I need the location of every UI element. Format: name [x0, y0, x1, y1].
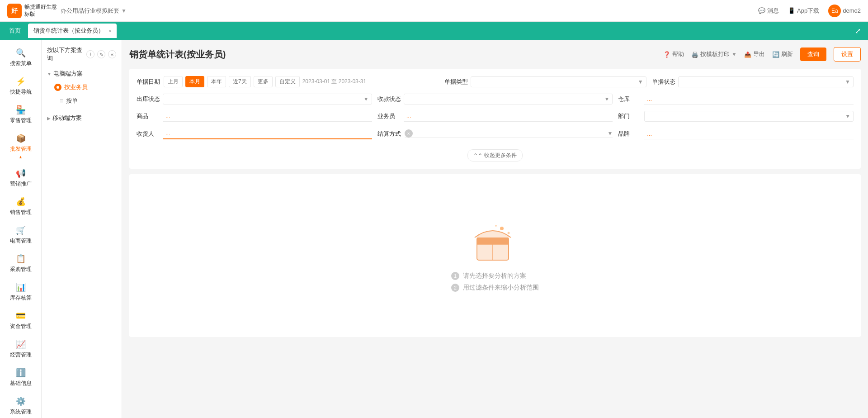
- doc-status-label: 单据状态: [652, 78, 675, 86]
- quick-nav-icon: ⚡: [16, 76, 26, 86]
- sales-icon: 💰: [16, 197, 26, 207]
- payment-status-select[interactable]: ▼: [404, 94, 613, 104]
- sidebar-item-retail[interactable]: 🏪 零售管理: [0, 100, 41, 129]
- header-left: 好 畅捷通好生意 标版 办公用品行业模拟账套 ▼: [7, 4, 127, 18]
- scheme-panel-header: 按以下方案查询 + ✎ «: [42, 43, 122, 65]
- date-btn-more[interactable]: 更多: [254, 76, 273, 87]
- date-btn-this-month[interactable]: 本月: [185, 76, 204, 87]
- tab-close-icon[interactable]: ×: [108, 28, 111, 33]
- sidebar-item-quick-nav[interactable]: ⚡ 快捷导航: [0, 72, 41, 100]
- system-icon: ⚙️: [16, 396, 26, 406]
- tip-1-num: 1: [451, 272, 459, 280]
- filter-row-4: 收货人 ... 结算方式 × ▼: [137, 128, 854, 139]
- date-btn-last-month[interactable]: 上月: [164, 76, 183, 87]
- refresh-button[interactable]: 🔄 刷新: [772, 50, 793, 58]
- goods-picker[interactable]: ...: [163, 111, 173, 121]
- basic-info-icon: ℹ️: [16, 368, 26, 378]
- filter-field-warehouse: 仓库 ...: [618, 94, 854, 104]
- sidebar-item-search-menu[interactable]: 🔍 搜索菜单: [0, 43, 41, 72]
- tab-home[interactable]: 首页: [4, 24, 26, 38]
- sidebar-item-finance[interactable]: 💳 资金管理: [0, 306, 41, 335]
- finance-icon: 💳: [16, 311, 26, 321]
- user-profile[interactable]: Ea demo2: [828, 5, 861, 17]
- date-btn-custom[interactable]: 自定义: [275, 76, 300, 87]
- empty-tip-1: 1 请先选择要分析的方案: [451, 272, 539, 280]
- date-range-display: 2023-03-01 至 2023-03-31: [302, 78, 366, 86]
- settings-button[interactable]: 设置: [834, 47, 861, 62]
- warehouse-label: 仓库: [618, 95, 641, 103]
- brand-picker[interactable]: ...: [644, 128, 655, 139]
- query-button[interactable]: 查询: [800, 48, 826, 61]
- marketing-icon: 📢: [16, 168, 26, 178]
- sidebar-item-inventory[interactable]: 📊 库存核算: [0, 278, 41, 306]
- svg-point-4: [500, 227, 504, 230]
- date-btn-this-year[interactable]: 本年: [207, 76, 226, 87]
- help-button[interactable]: ❓ 帮助: [663, 50, 684, 58]
- search-menu-icon: 🔍: [16, 48, 26, 58]
- payment-method-clear-button[interactable]: ×: [405, 129, 413, 138]
- salesperson-picker[interactable]: ...: [404, 111, 414, 121]
- print-icon: 🖨️: [691, 51, 698, 58]
- logo-area: 好 畅捷通好生意 标版: [7, 4, 57, 18]
- sidebar-item-marketing[interactable]: 📢 营销推广: [0, 164, 41, 192]
- sidebar-item-wholesale[interactable]: 📦 批发管理 ▲: [0, 129, 41, 164]
- brand-label: 品牌: [618, 130, 641, 138]
- sidebar-item-basic-info[interactable]: ℹ️ 基础信息: [0, 363, 41, 392]
- app-download-action[interactable]: 📱 App下载: [788, 7, 819, 15]
- scheme-group-desktop: ▼ 电脑端方案 按业务员 ≡ 按单: [42, 65, 122, 109]
- sidebar-item-system[interactable]: ⚙️ 系统管理: [0, 392, 41, 418]
- scheme-group-desktop-header[interactable]: ▼ 电脑端方案: [42, 67, 122, 81]
- export-button[interactable]: 📤 导出: [744, 50, 765, 58]
- stock-status-select[interactable]: ▼: [163, 94, 372, 104]
- doc-status-chevron-icon: ▼: [845, 79, 850, 85]
- retail-icon: 🏪: [16, 105, 26, 115]
- main-layout: 🔍 搜索菜单 ⚡ 快捷导航 🏪 零售管理 📦 批发管理 ▲ 📢 营销推广 💰 销…: [0, 40, 868, 418]
- sidebar-item-ecommerce[interactable]: 🛒 电商管理: [0, 221, 41, 249]
- collapse-button[interactable]: ⌃⌃ 收起更多条件: [467, 149, 523, 162]
- tab-sales-stats[interactable]: 销货单统计表（按业务员） ×: [28, 24, 117, 38]
- filter-field-payment-method: 结算方式 × ▼: [377, 129, 613, 138]
- template-print-button[interactable]: 🖨️ 按模板打印 ▼: [691, 50, 737, 58]
- doc-type-select[interactable]: ▼: [471, 76, 646, 87]
- app-download-icon: 📱: [788, 7, 795, 14]
- message-action[interactable]: 💬 消息: [758, 7, 779, 15]
- doc-status-select[interactable]: ▼: [678, 76, 854, 87]
- scheme-panel: 按以下方案查询 + ✎ « ▼ 电脑端方案 按业务员: [42, 40, 122, 418]
- scheme-collapse-button[interactable]: «: [108, 50, 116, 58]
- empty-state-illustration: [468, 219, 522, 265]
- sidebar: 🔍 搜索菜单 ⚡ 快捷导航 🏪 零售管理 📦 批发管理 ▲ 📢 营销推广 💰 销…: [0, 40, 42, 418]
- scheme-item-by-order[interactable]: ≡ 按单: [42, 94, 122, 108]
- sidebar-item-purchase[interactable]: 📋 采购管理: [0, 249, 41, 278]
- wholesale-icon: 📦: [16, 133, 26, 143]
- sidebar-item-operations[interactable]: 📈 经营管理: [0, 335, 41, 363]
- receiver-picker[interactable]: ...: [163, 128, 173, 138]
- date-btn-last-7-days[interactable]: 近7天: [229, 76, 251, 87]
- tab-maximize-icon[interactable]: ⤢: [851, 27, 864, 35]
- stock-status-chevron-icon: ▼: [363, 96, 369, 102]
- date-label: 单据日期: [137, 78, 160, 86]
- scheme-group-desktop-arrow-icon: ▼: [47, 71, 52, 76]
- purchase-icon: 📋: [16, 254, 26, 264]
- empty-tips: 1 请先选择要分析的方案 2 用过滤条件来缩小分析范围: [451, 272, 539, 292]
- breadcrumb[interactable]: 办公用品行业模拟账套 ▼: [61, 7, 127, 15]
- department-select[interactable]: ▼: [644, 111, 854, 122]
- scheme-group-mobile-header[interactable]: ▶ 移动端方案: [42, 111, 122, 125]
- filter-field-stock-status: 出库状态 ▼: [137, 94, 372, 104]
- payment-status-label: 收款状态: [377, 95, 400, 103]
- scheme-edit-button[interactable]: ✎: [97, 50, 105, 58]
- empty-tip-2: 2 用过滤条件来缩小分析范围: [451, 284, 539, 292]
- receiver-label: 收货人: [137, 130, 159, 138]
- filter-field-date: 单据日期 上月 本月 本年 近7天 更多 自定义 2023-03-01 至 20…: [137, 76, 439, 87]
- scheme-item-order-icon: ≡: [60, 97, 63, 104]
- tip-2-num: 2: [451, 284, 459, 292]
- warehouse-picker[interactable]: ...: [644, 94, 655, 104]
- filter-field-doc-status: 单据状态 ▼: [652, 76, 854, 87]
- scheme-item-by-salesperson[interactable]: 按业务员: [42, 81, 122, 94]
- sidebar-item-sales[interactable]: 💰 销售管理: [0, 192, 41, 221]
- filter-field-receiver: 收货人 ...: [137, 128, 372, 139]
- payment-method-select[interactable]: ▼: [415, 130, 613, 137]
- salesperson-label: 业务员: [377, 112, 400, 120]
- ecommerce-icon: 🛒: [16, 225, 26, 235]
- scheme-add-button[interactable]: +: [86, 50, 94, 58]
- header-right: 💬 消息 📱 App下载 Ea demo2: [758, 5, 861, 17]
